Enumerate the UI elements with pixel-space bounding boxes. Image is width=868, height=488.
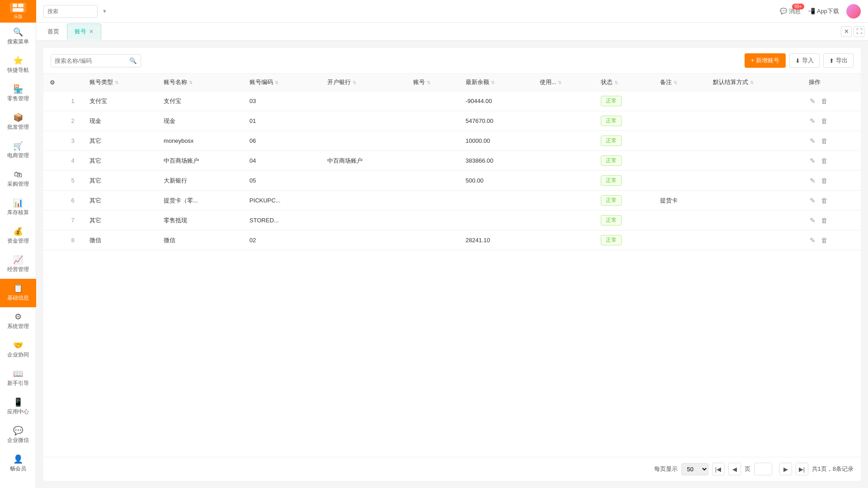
sort-settlement-icon[interactable]: ⇅ xyxy=(750,80,754,85)
col-balance[interactable]: 最新余额 ⇅ xyxy=(460,74,534,91)
row-type: 微信 xyxy=(84,230,158,250)
tab-expand-button[interactable]: ⛶ xyxy=(854,26,864,37)
col-bank[interactable]: 开户银行 ⇅ xyxy=(322,74,408,91)
sort-usage-icon[interactable]: ⇅ xyxy=(558,80,561,85)
add-account-button[interactable]: + 新增账号 xyxy=(745,53,786,68)
page-last-button[interactable]: ▶| xyxy=(796,463,808,475)
sort-name-icon[interactable]: ⇅ xyxy=(189,80,193,85)
page-number-input[interactable]: 1 xyxy=(754,463,772,475)
sidebar-item-guide[interactable]: 📖 新手引导 xyxy=(0,364,36,393)
delete-button[interactable]: 🗑 xyxy=(820,116,829,126)
search-button[interactable]: 🔍 xyxy=(126,55,141,67)
row-note xyxy=(655,151,708,171)
delete-button[interactable]: 🗑 xyxy=(820,176,829,186)
edit-button[interactable]: ✎ xyxy=(809,176,816,186)
delete-button[interactable]: 🗑 xyxy=(820,235,829,245)
row-account xyxy=(408,131,460,151)
row-bank xyxy=(322,230,408,250)
dropdown-arrow-icon[interactable]: ▾ xyxy=(103,8,106,14)
sort-account-icon[interactable]: ⇅ xyxy=(427,80,430,85)
tab-close-all-button[interactable]: ✕ xyxy=(841,26,852,37)
row-settlement xyxy=(708,131,803,151)
row-actions: ✎ 🗑 xyxy=(803,211,861,230)
edit-button[interactable]: ✎ xyxy=(809,216,816,225)
sidebar-item-retail[interactable]: 🏪 零售管理 xyxy=(0,80,36,108)
row-type: 现金 xyxy=(84,111,158,131)
row-note: 提货卡 xyxy=(655,191,708,211)
page-size-label: 每页显示 xyxy=(654,465,678,473)
search-input[interactable] xyxy=(51,55,126,67)
sort-code-icon[interactable]: ⇅ xyxy=(275,80,278,85)
retail-icon: 🏪 xyxy=(13,85,23,93)
col-status[interactable]: 状态 ⇅ xyxy=(595,74,654,91)
row-bank xyxy=(322,111,408,131)
sidebar-item-appcenter[interactable]: 📱 应用中心 xyxy=(0,393,36,421)
sidebar-item-inventory[interactable]: 📊 库存核算 xyxy=(0,193,36,222)
tab-account-close[interactable]: ✕ xyxy=(89,28,94,35)
col-name[interactable]: 账号名称 ⇅ xyxy=(158,74,244,91)
col-action: 操作 xyxy=(803,74,861,91)
row-usage xyxy=(534,131,596,151)
sort-status-icon[interactable]: ⇅ xyxy=(614,80,618,85)
edit-button[interactable]: ✎ xyxy=(809,116,816,126)
delete-button[interactable]: 🗑 xyxy=(820,96,829,106)
sidebar-item-finance[interactable]: 💰 资金管理 xyxy=(0,222,36,250)
sidebar-item-system[interactable]: ⚙ 系统管理 xyxy=(0,307,36,336)
sort-balance-icon[interactable]: ⇅ xyxy=(491,80,495,85)
table-row: 8 微信 微信 02 28241.10 正常 ✎ 🗑 xyxy=(43,230,861,250)
sidebar-item-operations[interactable]: 📈 经营管理 xyxy=(0,250,36,279)
import-button[interactable]: ⬇ 导入 xyxy=(789,53,820,68)
row-settings xyxy=(43,230,61,250)
delete-button[interactable]: 🗑 xyxy=(820,136,829,146)
export-button[interactable]: ⬆ 导出 xyxy=(823,53,854,68)
tab-bar: 首页 账号 ✕ ✕ ⛶ xyxy=(36,23,868,41)
app-download-button[interactable]: 📲 App下载 xyxy=(808,7,839,15)
col-settlement[interactable]: 默认结算方式 ⇅ xyxy=(708,74,803,91)
page-next-button[interactable]: ▶ xyxy=(779,463,792,475)
edit-button[interactable]: ✎ xyxy=(809,96,816,106)
col-note[interactable]: 备注 ⇅ xyxy=(655,74,708,91)
edit-button[interactable]: ✎ xyxy=(809,136,816,146)
svg-rect-2 xyxy=(13,8,24,12)
row-note xyxy=(655,211,708,230)
sidebar-item-label: 企业微信 xyxy=(7,436,29,444)
page-prev-button[interactable]: ◀ xyxy=(728,463,741,475)
message-button[interactable]: 💬 消息 99+ xyxy=(780,7,801,15)
sidebar-item-agreement[interactable]: 🤝 企业协同 xyxy=(0,336,36,364)
col-usage[interactable]: 使用... ⇅ xyxy=(534,74,596,91)
top-search-input[interactable] xyxy=(43,5,98,18)
sidebar-item-wechat[interactable]: 💬 企业微信 xyxy=(0,421,36,450)
table-row: 1 支付宝 支付宝 03 -90444.00 正常 ✎ 🗑 xyxy=(43,91,861,111)
row-settlement xyxy=(708,171,803,191)
delete-button[interactable]: 🗑 xyxy=(820,216,829,225)
agreement-icon: 🤝 xyxy=(13,341,23,349)
sidebar-item-ecommerce[interactable]: 🛒 电商管理 xyxy=(0,136,36,165)
page-first-button[interactable]: |◀ xyxy=(712,463,725,475)
sort-type-icon[interactable]: ⇅ xyxy=(115,80,118,85)
avatar[interactable] xyxy=(846,4,861,19)
sidebar-item-basic[interactable]: 📋 基础信息 xyxy=(0,279,36,307)
edit-button[interactable]: ✎ xyxy=(809,196,816,206)
sidebar-item-purchase[interactable]: 🛍 采购管理 xyxy=(0,165,36,193)
delete-button[interactable]: 🗑 xyxy=(820,156,829,166)
sidebar-item-wholesale[interactable]: 📦 批发管理 xyxy=(0,108,36,136)
tab-account[interactable]: 账号 ✕ xyxy=(67,23,101,40)
edit-button[interactable]: ✎ xyxy=(809,235,816,245)
row-settlement xyxy=(708,230,803,250)
row-index: 3 xyxy=(61,131,84,151)
finance-icon: 💰 xyxy=(13,227,23,235)
row-note xyxy=(655,171,708,191)
col-code[interactable]: 账号编码 ⇅ xyxy=(244,74,322,91)
col-settings[interactable]: ⚙ xyxy=(43,74,61,91)
edit-button[interactable]: ✎ xyxy=(809,156,816,166)
sidebar-item-member[interactable]: 👤 畅会员 xyxy=(0,450,36,478)
sort-bank-icon[interactable]: ⇅ xyxy=(353,80,356,85)
col-type[interactable]: 账号类型 ⇅ xyxy=(84,74,158,91)
sidebar-item-search[interactable]: 🔍 搜索菜单 xyxy=(0,23,36,51)
sidebar-item-quicknav[interactable]: ⭐ 快捷导航 xyxy=(0,51,36,80)
page-size-select[interactable]: 20 50 100 xyxy=(681,463,708,475)
sort-note-icon[interactable]: ⇅ xyxy=(674,80,677,85)
delete-button[interactable]: 🗑 xyxy=(820,196,829,206)
col-account[interactable]: 账号 ⇅ xyxy=(408,74,460,91)
tab-home[interactable]: 首页 xyxy=(40,23,67,40)
